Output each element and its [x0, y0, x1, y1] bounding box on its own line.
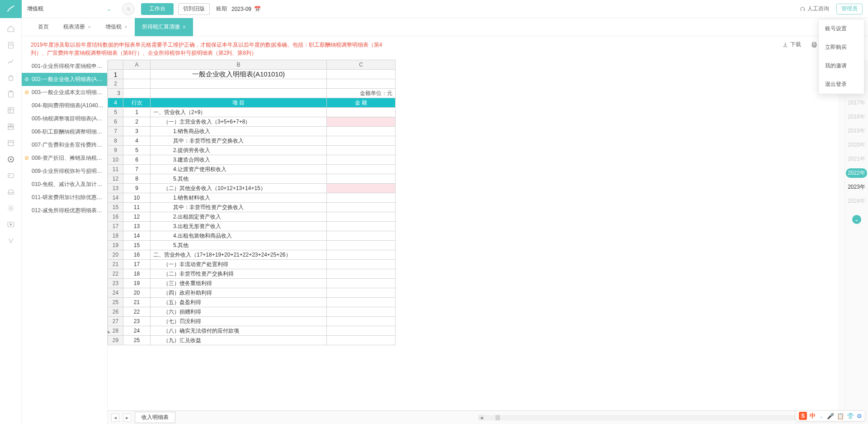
cell-rownum[interactable]: 4 — [123, 136, 151, 146]
user-menu-item[interactable]: 退出登录 — [819, 75, 864, 94]
cell-rownum[interactable]: 21 — [123, 298, 151, 307]
close-icon[interactable]: × — [124, 24, 127, 30]
cell-rownum[interactable]: 3 — [123, 127, 151, 136]
cell-rownum[interactable]: 6 — [123, 155, 151, 165]
row-header[interactable]: 23 — [108, 279, 123, 288]
cell-amount[interactable] — [327, 212, 396, 222]
cell-rownum[interactable]: 15 — [123, 241, 151, 250]
cell-item[interactable]: （九）汇兑收益 — [151, 336, 327, 345]
cell-amount[interactable] — [327, 241, 396, 250]
form-list-item[interactable]: ⊘008-资产折旧、摊销及纳税… — [22, 152, 107, 165]
row-header[interactable]: 2 — [108, 79, 123, 89]
cell-item[interactable]: 2.提供劳务收入 — [151, 146, 327, 155]
row-header[interactable]: 10 — [108, 155, 123, 165]
cell-item[interactable]: （六）捐赠利得 — [151, 307, 327, 317]
table-row[interactable]: 19155.其他 — [108, 241, 396, 250]
cell-amount[interactable] — [327, 146, 396, 155]
row-header[interactable]: 26 — [108, 307, 123, 317]
cell-amount[interactable] — [327, 279, 396, 288]
tab-增值税[interactable]: 增值税× — [98, 18, 135, 36]
cell-rownum[interactable]: 24 — [123, 326, 151, 336]
row-header[interactable]: 27 — [108, 317, 123, 326]
ime-skin-icon[interactable]: 👕 — [847, 413, 854, 419]
form-list-item[interactable]: 006-职工薪酬纳税调整明细… — [22, 125, 107, 138]
cell-rownum[interactable]: 19 — [123, 279, 151, 288]
cell-item[interactable]: （一）非流动资产处置利得 — [151, 260, 327, 269]
row-header[interactable]: 7 — [108, 127, 123, 136]
scroll-thumb[interactable] — [495, 415, 500, 420]
table-row[interactable]: 2016二、营业外收入（17+18+19+20+21+22+23+24+25+2… — [108, 250, 396, 260]
cell-amount[interactable] — [327, 222, 396, 231]
col-header[interactable] — [108, 60, 123, 70]
cell-amount[interactable] — [327, 298, 396, 307]
cell-rownum[interactable]: 17 — [123, 260, 151, 269]
row-header[interactable]: 29 — [108, 336, 123, 345]
cell-item[interactable]: （四）政府补助利得 — [151, 288, 327, 298]
cell-rownum[interactable]: 9 — [123, 184, 151, 193]
cell-item[interactable]: 3.建造合同收入 — [151, 155, 327, 165]
period-value[interactable]: 2023-09 — [231, 6, 251, 12]
table-row[interactable]: 17133.出租无形资产收入 — [108, 222, 396, 231]
nav-form-icon[interactable] — [0, 102, 22, 119]
nav-inbox-icon[interactable] — [0, 184, 22, 200]
table-row[interactable]: 16122.出租固定资产收入 — [108, 212, 396, 222]
table-row[interactable]: 1285.其他 — [108, 174, 396, 184]
row-header[interactable]: 11 — [108, 165, 123, 174]
cell-amount[interactable] — [327, 117, 396, 127]
cell-rownum[interactable]: 8 — [123, 174, 151, 184]
cell-item[interactable]: 二、营业外收入（17+18+19+20+21+22+23+24+25+26） — [151, 250, 327, 260]
cell-item[interactable]: 4.出租包装物和商品收入 — [151, 231, 327, 241]
cell-amount[interactable] — [327, 288, 396, 298]
row-header[interactable]: 25 — [108, 298, 123, 307]
nav-chart-icon[interactable] — [0, 53, 22, 70]
cell-item[interactable]: （三）债务重组利得 — [151, 279, 327, 288]
cell-rownum[interactable]: 25 — [123, 336, 151, 345]
year-item[interactable]: 2022年 — [846, 168, 867, 178]
form-list-item[interactable]: 007-广告费和业务宣传费跨… — [22, 138, 107, 152]
form-list-item[interactable]: 010-免税、减计收入及加计… — [22, 178, 107, 191]
table-row[interactable]: 2723（七）罚没利得 — [108, 317, 396, 326]
cell-rownum[interactable]: 22 — [123, 307, 151, 317]
cell-item[interactable]: 2.出租固定资产收入 — [151, 212, 327, 222]
cell-amount[interactable] — [327, 193, 396, 203]
cell-item[interactable]: （五）盘盈利得 — [151, 298, 327, 307]
horizontal-scrollbar[interactable]: ◂ ▸ — [179, 415, 835, 420]
col-header[interactable]: A — [123, 60, 151, 70]
table-row[interactable]: 2420（四）政府补助利得 — [108, 288, 396, 298]
table-row[interactable]: 139（二）其他业务收入（10+12+13+14+15） — [108, 184, 396, 193]
year-item[interactable]: 2017年 — [846, 98, 867, 108]
form-list-item[interactable]: 005-纳税调整项目明细表(A1… — [22, 112, 107, 125]
cell-amount[interactable] — [327, 155, 396, 165]
row-header[interactable]: 24 — [108, 288, 123, 298]
cell-amount[interactable] — [327, 165, 396, 174]
cell-amount[interactable] — [327, 203, 396, 212]
row-header[interactable]: 6 — [108, 117, 123, 127]
cell-item[interactable]: （一）主营业务收入（3+5+6+7+8） — [151, 117, 327, 127]
close-icon[interactable]: × — [183, 24, 186, 30]
cell-rownum[interactable]: 16 — [123, 250, 151, 260]
cell-amount[interactable] — [327, 269, 396, 279]
ime-punct-icon[interactable]: ， — [818, 412, 824, 420]
row-header[interactable]: 16 — [108, 212, 123, 222]
tab-所得税汇算清缴[interactable]: 所得税汇算清缴× — [135, 18, 193, 36]
cell-amount[interactable] — [327, 231, 396, 241]
table-row[interactable]: 2218（二）非货币性资产交换利得 — [108, 269, 396, 279]
user-menu-item[interactable]: 账号设置 — [819, 19, 864, 38]
row-header[interactable]: 9 — [108, 146, 123, 155]
download-button[interactable]: 下载 — [782, 41, 801, 48]
form-list-item[interactable]: 004-期间费用明细表(A1040… — [22, 99, 107, 112]
year-item[interactable]: 2021年 — [846, 154, 867, 164]
table-row[interactable]: 2622（六）捐赠利得 — [108, 307, 396, 317]
form-list-item[interactable]: ⊘003-一般企业成本支出明细… — [22, 86, 107, 99]
form-list-item[interactable]: ⊘002-一般企业收入明细表(A1… — [22, 73, 107, 86]
resize-handle-icon[interactable] — [108, 330, 110, 333]
nav-layout-icon[interactable] — [0, 119, 22, 135]
cell-amount[interactable] — [327, 336, 396, 345]
year-item[interactable]: 2018年 — [846, 112, 867, 122]
table-row[interactable]: 952.提供劳务收入 — [108, 146, 396, 155]
nav-tax-icon[interactable] — [0, 151, 22, 167]
cell-item[interactable]: （七）罚没利得 — [151, 317, 327, 326]
ime-mic-icon[interactable]: 🎤 — [827, 413, 834, 419]
nav-clip-icon[interactable] — [0, 86, 22, 102]
table-row[interactable]: 2319（三）债务重组利得 — [108, 279, 396, 288]
